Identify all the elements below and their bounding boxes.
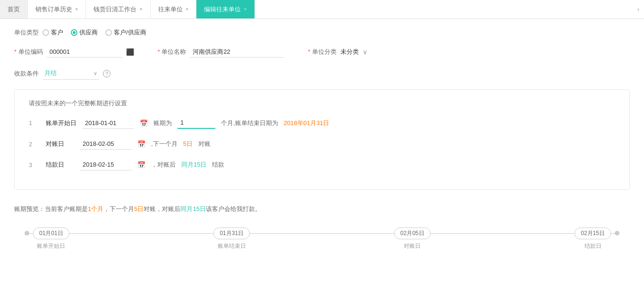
- period-suffix-end-2: 对账: [198, 140, 211, 148]
- period-instruction: 请按照未来的一个完整帐期进行设置: [29, 99, 615, 108]
- period-label-2: 对账日: [46, 140, 74, 148]
- main-content: 单位类型 客户 供应商 客户/供应商 单位编码 ⬛: [0, 19, 644, 287]
- period-cal-icon-1[interactable]: 📅: [140, 119, 148, 127]
- timeline-node-2-date: 01月31日: [213, 228, 250, 239]
- radio-customer[interactable]: 客户: [42, 28, 63, 37]
- radio-customer-label: 客户: [51, 28, 63, 37]
- timeline-node-4: 02月15日 结款日: [575, 228, 611, 250]
- radio-both-circle: [105, 29, 112, 36]
- tab-edit-close-icon[interactable]: ×: [244, 7, 246, 12]
- tab-cash-work[interactable]: 钱货日清工作台 ×: [86, 0, 150, 18]
- timeline-node-3-name: 对账日: [404, 242, 421, 250]
- unit-code-field: 单位编码 ⬛: [14, 46, 134, 58]
- period-suffix-pre-1: 账期为: [153, 119, 172, 127]
- payment-terms-row: 收款条件 月结 ∨ ?: [14, 67, 630, 80]
- unit-type-radio-group: 客户 供应商 客户/供应商: [42, 28, 146, 37]
- unit-code-copy-icon[interactable]: ⬛: [126, 48, 134, 56]
- period-desc-pre-2: ,下一个月: [151, 140, 178, 148]
- period-cal-icon-3[interactable]: 📅: [137, 161, 145, 169]
- period-suffix-end-3: 结款: [212, 160, 224, 169]
- period-date-input-2[interactable]: [80, 138, 132, 150]
- radio-supplier[interactable]: 供应商: [71, 28, 98, 37]
- unit-category-label: 单位分类: [308, 48, 337, 56]
- period-settings-box: 请按照未来的一个完整帐期进行设置 1 账单开始日 📅 账期为 个月,账单结束日期…: [14, 89, 630, 190]
- tab-edit-counterparty[interactable]: 编辑往来单位 ×: [196, 0, 254, 18]
- timeline-container: 01月01日 账单开始日 01月31日 账单结束日 02月05日 对账日 02月…: [14, 223, 630, 264]
- unit-category-value: 未分类: [340, 48, 359, 56]
- timeline-node-4-name: 结款日: [585, 242, 602, 250]
- period-row-2: 2 对账日 📅 ,下一个月 5日 对账: [29, 138, 615, 150]
- radio-both-label: 客户/供应商: [114, 28, 146, 37]
- period-num-2: 2: [29, 141, 40, 148]
- tab-cash-close-icon[interactable]: ×: [139, 7, 142, 12]
- tab-counterparty[interactable]: 往来单位 ×: [151, 0, 196, 18]
- unit-type-row: 单位类型 客户 供应商 客户/供应商: [14, 28, 630, 37]
- payment-terms-field: 收款条件 月结 ∨ ?: [14, 67, 110, 80]
- period-num-3: 3: [29, 161, 40, 169]
- period-row-3: 3 结款日 📅 ，对账后 同月15日 结款: [29, 159, 615, 170]
- period-highlight-day-3: 同月15日: [181, 160, 206, 169]
- radio-supplier-circle: [71, 29, 77, 36]
- unit-name-label: 单位名称: [158, 48, 186, 56]
- timeline-node-1: 01月01日 账单开始日: [33, 228, 69, 250]
- unit-code-input[interactable]: [47, 46, 122, 58]
- preview-text: 账期预览：当前客户账期是1个月，下一个月5日对账，对账后同月15日该客户会给我打…: [14, 205, 630, 213]
- timeline-nodes: 01月01日 账单开始日 01月31日 账单结束日 02月05日 对账日 02月…: [24, 228, 620, 250]
- timeline-node-4-date: 02月15日: [575, 228, 611, 239]
- unit-info-row: 单位编码 ⬛ 单位名称 单位分类 未分类 ∨: [14, 46, 630, 58]
- payment-terms-value: 月结: [44, 69, 92, 77]
- category-dropdown-arrow-icon: ∨: [363, 48, 367, 56]
- chevron-right-icon: ›: [637, 6, 639, 13]
- tab-home-label: 首页: [8, 5, 20, 14]
- tab-edit-label: 编辑往来单位: [204, 5, 241, 14]
- timeline-node-3: 02月05日 对账日: [394, 228, 431, 250]
- preview-section: 账期预览：当前客户账期是1个月，下一个月5日对账，对账后同月15日该客户会给我打…: [14, 197, 630, 264]
- tab-expand-button[interactable]: ›: [633, 0, 644, 18]
- unit-category-dropdown[interactable]: 未分类 ∨: [340, 48, 416, 56]
- timeline-node-3-date: 02月05日: [394, 228, 431, 239]
- radio-both[interactable]: 客户/供应商: [105, 28, 146, 37]
- timeline-node-1-date: 01月01日: [33, 228, 69, 239]
- unit-type-field: 单位类型 客户 供应商 客户/供应商: [14, 28, 146, 37]
- preview-part4: 对账，对账后: [144, 205, 180, 212]
- tab-sales-label: 销售订单历史: [35, 5, 72, 14]
- timeline-node-2: 01月31日 账单结束日: [213, 228, 250, 250]
- tab-sales-order-history[interactable]: 销售订单历史 ×: [28, 0, 86, 18]
- payment-terms-label: 收款条件: [14, 69, 39, 78]
- period-cal-icon-2[interactable]: 📅: [137, 140, 145, 148]
- tab-sales-close-icon[interactable]: ×: [75, 7, 78, 12]
- unit-name-input[interactable]: [190, 46, 284, 58]
- tab-cash-label: 钱货日清工作台: [93, 5, 136, 14]
- tab-counterparty-close-icon[interactable]: ×: [186, 7, 188, 12]
- period-num-1: 1: [29, 119, 40, 127]
- period-row-1: 1 账单开始日 📅 账期为 个月,账单结束日期为 2018年01月31日: [29, 117, 615, 129]
- period-month-input[interactable]: [178, 117, 215, 129]
- period-date-input-3[interactable]: [80, 159, 132, 170]
- tab-bar: 首页 销售订单历史 × 钱货日清工作台 × 往来单位 × 编辑往来单位 × ›: [0, 0, 644, 19]
- payment-terms-dropdown[interactable]: 月结 ∨: [42, 67, 99, 80]
- preview-part5: 同月15日: [180, 205, 205, 212]
- payment-terms-arrow-icon: ∨: [93, 70, 97, 76]
- preview-part3: 5日: [134, 205, 144, 212]
- unit-name-field: 单位名称: [158, 46, 285, 58]
- timeline-node-2-name: 账单结束日: [218, 242, 246, 250]
- preview-label: 账期预览：当前客户账期是: [14, 205, 88, 212]
- payment-terms-help-icon[interactable]: ?: [103, 70, 110, 77]
- period-suffix-mid-1: 个月,账单结束日期为: [221, 119, 278, 127]
- radio-supplier-label: 供应商: [79, 28, 98, 37]
- unit-category-field: 单位分类 未分类 ∨: [308, 48, 416, 56]
- unit-code-label: 单位编码: [14, 48, 43, 56]
- unit-type-label: 单位类型: [14, 28, 39, 37]
- timeline-node-1-name: 账单开始日: [37, 242, 65, 250]
- period-desc-pre-3: ，对账后: [151, 160, 176, 169]
- period-end-date-1: 2018年01月31日: [284, 119, 330, 127]
- preview-part6: 该客户会给我打款。: [206, 205, 261, 212]
- preview-part2: ，下一个月: [103, 205, 134, 212]
- period-label-3: 结款日: [46, 160, 74, 169]
- tab-counterparty-label: 往来单位: [158, 5, 183, 14]
- tab-home[interactable]: 首页: [0, 0, 28, 18]
- period-highlight-day-2: 5日: [183, 140, 193, 148]
- period-label-1: 账单开始日: [46, 119, 76, 127]
- period-date-input-1[interactable]: [82, 118, 134, 129]
- radio-customer-circle: [42, 29, 49, 36]
